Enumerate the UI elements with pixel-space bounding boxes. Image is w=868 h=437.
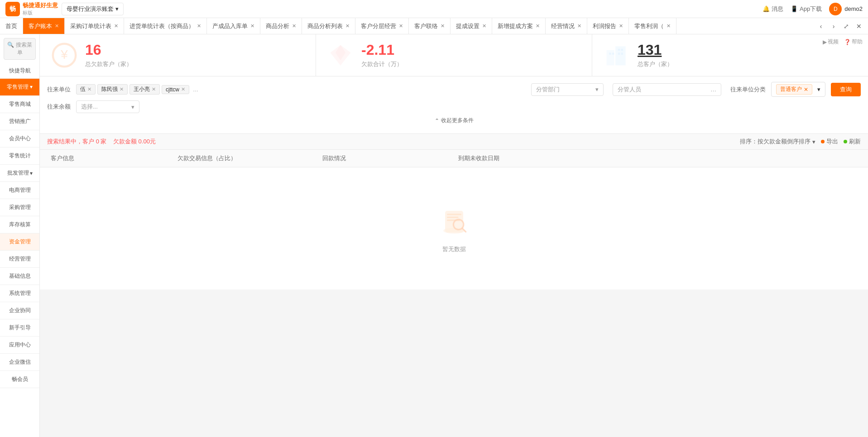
- top-bar: 畅 畅捷通好生意 标版 母婴行业演示账套 ▾ 🔔 消息 📱 App下载 D de…: [0, 0, 868, 18]
- sidebar-item-enterprise-collab[interactable]: 企业协同: [0, 302, 39, 319]
- tab-close-icon[interactable]: ✕: [667, 23, 671, 29]
- sidebar-item-inventory[interactable]: 库存核算: [0, 216, 39, 233]
- stat-number-customers: 131: [638, 42, 673, 58]
- classify-selected-tag: 普通客户 ✕: [776, 84, 812, 95]
- tab-customer-tier[interactable]: 客户分层经营 ✕: [355, 18, 409, 34]
- chevron-down-icon: ▾: [115, 5, 119, 12]
- filter-area: 往来单位 伍 ✕ 陈民强 ✕ 王小亮 ✕ cjttcw: [40, 76, 868, 134]
- user-area[interactable]: D demo2: [829, 3, 863, 15]
- export-button[interactable]: 导出: [821, 138, 838, 146]
- bell-icon: 🔔: [762, 5, 770, 12]
- person-filter-select[interactable]: 分管人员 …: [613, 83, 721, 96]
- diamond-icon: [327, 42, 354, 69]
- tab-close-all[interactable]: ✕: [854, 21, 864, 32]
- tab-product-analysis[interactable]: 商品分析 ✕: [260, 18, 302, 34]
- tab-close-icon[interactable]: ✕: [536, 23, 540, 29]
- tab-maximize[interactable]: ⤢: [841, 21, 852, 32]
- sidebar-item-system-mgmt[interactable]: 系统管理: [0, 285, 39, 302]
- unit-tag-wang[interactable]: 王小亮 ✕: [129, 84, 160, 95]
- tab-close-icon[interactable]: ✕: [577, 23, 581, 29]
- sidebar-item-enterprise-wechat[interactable]: 企业微信: [0, 354, 39, 371]
- tab-close-icon[interactable]: ✕: [345, 23, 350, 29]
- tab-scroll-right[interactable]: ›: [828, 21, 839, 32]
- tab-customer-ledger[interactable]: 客户账本 ✕: [23, 18, 65, 34]
- unit-tag-chen[interactable]: 陈民强 ✕: [97, 84, 128, 95]
- sidebar-item-beginner-guide[interactable]: 新手引导: [0, 319, 39, 337]
- sidebar-item-purchase-mgmt[interactable]: 采购管理: [0, 199, 39, 216]
- col-header-customer: 客户信息: [47, 154, 174, 162]
- svg-rect-4: [607, 50, 614, 66]
- balance-filter-select[interactable]: 选择... ▾: [76, 100, 139, 113]
- top-bar-right: 🔔 消息 📱 App下载 D demo2: [762, 3, 863, 15]
- sidebar-quick-nav[interactable]: 快捷导航: [0, 63, 39, 79]
- sidebar-item-app-center[interactable]: 应用中心: [0, 337, 39, 354]
- tab-close-icon[interactable]: ✕: [197, 23, 201, 29]
- tab-profit-report[interactable]: 利润报告 ✕: [587, 18, 629, 34]
- sidebar-item-wholesale-mgmt[interactable]: 批发管理 ▾: [0, 165, 39, 182]
- collapse-button[interactable]: ⌃ 收起更多条件: [431, 115, 477, 126]
- svg-rect-5: [615, 46, 625, 65]
- message-button[interactable]: 🔔 消息: [762, 5, 783, 13]
- unit-tag-cjttcw[interactable]: cjttcw ✕: [162, 85, 189, 94]
- sidebar-item-retail-stats[interactable]: 零售统计: [0, 147, 39, 165]
- query-button[interactable]: 查询: [831, 83, 861, 96]
- svg-rect-6: [609, 52, 611, 54]
- tab-commission-settings[interactable]: 提成设置 ✕: [451, 18, 492, 34]
- col-header-overdue: 到期未收款日期: [455, 154, 861, 162]
- tab-product-inbound[interactable]: 产成品入库单 ✕: [207, 18, 260, 34]
- tab-customer-contact[interactable]: 客户联络 ✕: [409, 18, 451, 34]
- sidebar-item-retail-mall[interactable]: 零售商城: [0, 96, 39, 113]
- remove-tag-cjttcw[interactable]: ✕: [181, 86, 185, 92]
- sidebar-item-member[interactable]: 畅会员: [0, 371, 39, 388]
- sidebar-item-retail-mgmt[interactable]: 零售管理 ▾: [0, 79, 39, 96]
- tab-product-analysis-list[interactable]: 商品分析列表 ✕: [302, 18, 355, 34]
- tab-add-commission[interactable]: 新增提成方案 ✕: [492, 18, 546, 34]
- tab-close-icon[interactable]: ✕: [482, 23, 486, 29]
- svg-point-18: [456, 222, 461, 228]
- app-download-button[interactable]: 📱 App下载: [791, 5, 822, 13]
- sidebar-item-finance-mgmt[interactable]: 资金管理: [0, 233, 39, 251]
- stat-info-customers: 131 总客户（家）: [638, 42, 673, 68]
- tab-close-icon[interactable]: ✕: [619, 23, 623, 29]
- export-icon: [821, 140, 825, 143]
- tab-purchase-order[interactable]: 采购订单统计表 ✕: [65, 18, 124, 34]
- tab-close-icon[interactable]: ✕: [250, 23, 254, 29]
- stat-info-debtors: 16 总欠款客户（家）: [85, 42, 132, 68]
- sidebar-item-operations-mgmt[interactable]: 经营管理: [0, 251, 39, 268]
- remove-classify-tag[interactable]: ✕: [804, 86, 808, 93]
- tab-close-icon[interactable]: ✕: [55, 23, 59, 29]
- tab-close-icon[interactable]: ✕: [292, 23, 296, 29]
- help-link[interactable]: ❓ 帮助: [844, 38, 863, 46]
- remove-tag-chen[interactable]: ✕: [120, 86, 124, 92]
- tab-close-icon[interactable]: ✕: [441, 23, 445, 29]
- tab-scroll-left[interactable]: ‹: [815, 21, 826, 32]
- table-area: 客户信息 欠款交易信息（占比） 回款情况 到期未收款日期: [40, 150, 868, 290]
- sort-selector[interactable]: 排序：按欠款金额倒序排序 ▾: [740, 138, 815, 146]
- result-info: 搜索结果中，客户 0 家 欠款金额 0.00元: [47, 138, 156, 146]
- sidebar-item-member-center[interactable]: 会员中心: [0, 130, 39, 147]
- tab-home[interactable]: 首页: [0, 18, 23, 34]
- dept-filter-select[interactable]: 分管部门 ▾: [531, 83, 604, 96]
- sidebar-item-marketing[interactable]: 营销推广: [0, 113, 39, 130]
- search-menu-button[interactable]: 🔍 搜索菜单: [4, 38, 36, 60]
- svg-rect-14: [447, 214, 461, 215]
- tab-retail-profit[interactable]: 零售利润（ ✕: [629, 18, 676, 34]
- empty-state: 暂无数据: [40, 167, 868, 290]
- video-link[interactable]: ▶ 视频: [823, 38, 839, 46]
- tab-close-icon[interactable]: ✕: [114, 23, 118, 29]
- remove-tag-wang[interactable]: ✕: [152, 86, 156, 92]
- sidebar-item-ecommerce[interactable]: 电商管理: [0, 182, 39, 199]
- tab-close-icon[interactable]: ✕: [399, 23, 403, 29]
- chevron-down-icon: ▾: [595, 86, 599, 93]
- tab-operations[interactable]: 经营情况 ✕: [546, 18, 587, 34]
- unit-tag-wu[interactable]: 伍 ✕: [76, 84, 96, 95]
- stat-card-debt-amount: -2.11 欠款合计（万）: [316, 34, 592, 76]
- account-selector[interactable]: 母婴行业演示账套 ▾: [62, 3, 124, 15]
- tab-purchase-stats[interactable]: 进货单统计表（按商品） ✕: [124, 18, 207, 34]
- refresh-button[interactable]: 刷新: [844, 138, 861, 146]
- more-tags-button[interactable]: …: [191, 86, 200, 94]
- remove-tag-wu[interactable]: ✕: [87, 86, 91, 92]
- sidebar-item-basic-info[interactable]: 基础信息: [0, 268, 39, 285]
- classify-filter-select[interactable]: 普通客户 ✕ ▾: [771, 82, 825, 97]
- filter-row-2: 往来余额 选择... ▾: [47, 100, 861, 113]
